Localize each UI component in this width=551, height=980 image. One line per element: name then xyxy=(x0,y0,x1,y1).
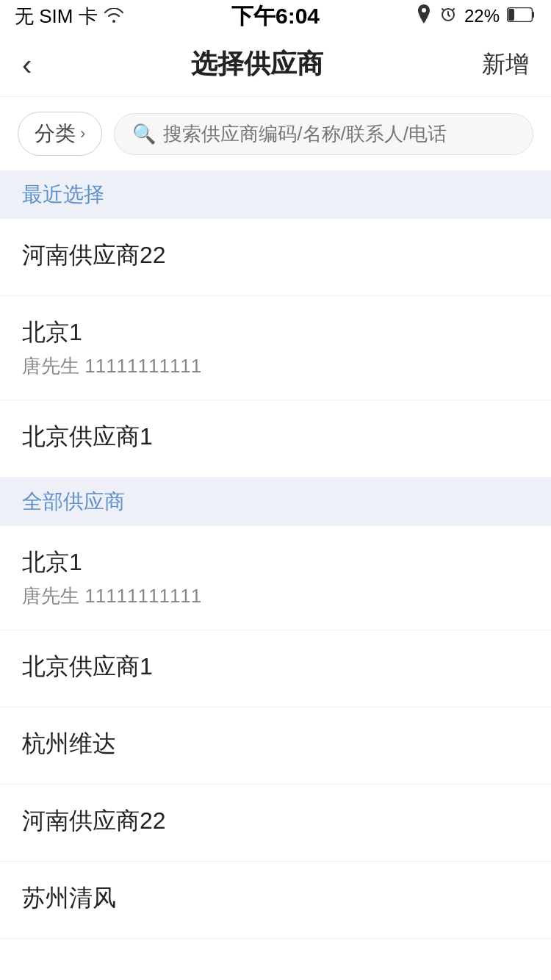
list-item[interactable]: 北京1 唐先生 11111111111 xyxy=(0,296,551,400)
chevron-right-icon: › xyxy=(80,124,85,143)
list-item[interactable]: 北京供应商1 xyxy=(0,630,551,707)
status-right: 22% xyxy=(416,4,536,28)
recent-header-text: 最近选择 xyxy=(22,183,104,206)
recent-section-header: 最近选择 xyxy=(0,170,551,219)
status-time: 下午6:04 xyxy=(231,1,320,32)
item-sub: 唐先生 11111111111 xyxy=(22,583,529,609)
location-icon xyxy=(416,4,432,28)
add-button[interactable]: 新增 xyxy=(482,48,529,81)
list-item[interactable]: 北京1 唐先生 11111111111 xyxy=(0,526,551,630)
filter-bar: 分类 › 🔍 xyxy=(0,97,551,170)
page-title: 选择供应商 xyxy=(191,46,323,82)
item-name: 河南供应商22 xyxy=(22,805,529,837)
item-name: 北京1 xyxy=(22,547,529,579)
item-name: 北京1 xyxy=(22,317,529,349)
nav-bar: ‹ 选择供应商 新增 xyxy=(0,32,551,97)
status-left: 无 SIM 卡 xyxy=(15,4,124,29)
status-bar: 无 SIM 卡 下午6:04 22% xyxy=(0,0,551,32)
category-label: 分类 xyxy=(35,120,76,148)
list-item[interactable]: 杭州维达 xyxy=(0,707,551,785)
search-input[interactable] xyxy=(163,123,515,145)
carrier-text: 无 SIM 卡 xyxy=(15,4,98,29)
list-item[interactable]: 北京供应商1 xyxy=(0,400,551,478)
svg-rect-2 xyxy=(508,9,514,21)
all-header-text: 全部供应商 xyxy=(22,490,125,513)
search-icon: 🔍 xyxy=(132,123,156,145)
battery-icon xyxy=(507,6,536,26)
item-name: 北京供应商1 xyxy=(22,421,529,453)
back-button[interactable]: ‹ xyxy=(22,50,32,79)
list-item[interactable]: 苏州清风 xyxy=(0,862,551,939)
alarm-icon xyxy=(439,5,457,27)
all-section-header: 全部供应商 xyxy=(0,478,551,526)
item-name: 北京供应商1 xyxy=(22,651,529,683)
category-button[interactable]: 分类 › xyxy=(18,112,102,156)
search-box[interactable]: 🔍 xyxy=(114,113,533,155)
item-name: 杭州维达 xyxy=(22,728,529,760)
list-item[interactable]: 河南供应商22 xyxy=(0,219,551,296)
all-list: 北京1 唐先生 11111111111 北京供应商1 杭州维达 河南供应商22 … xyxy=(0,526,551,939)
item-name: 苏州清风 xyxy=(22,882,529,915)
recent-list: 河南供应商22 北京1 唐先生 11111111111 北京供应商1 xyxy=(0,219,551,478)
wifi-icon xyxy=(104,5,124,28)
item-name: 河南供应商22 xyxy=(22,239,529,272)
battery-text: 22% xyxy=(464,6,500,26)
list-item[interactable]: 河南供应商22 xyxy=(0,785,551,862)
item-sub: 唐先生 11111111111 xyxy=(22,353,529,379)
